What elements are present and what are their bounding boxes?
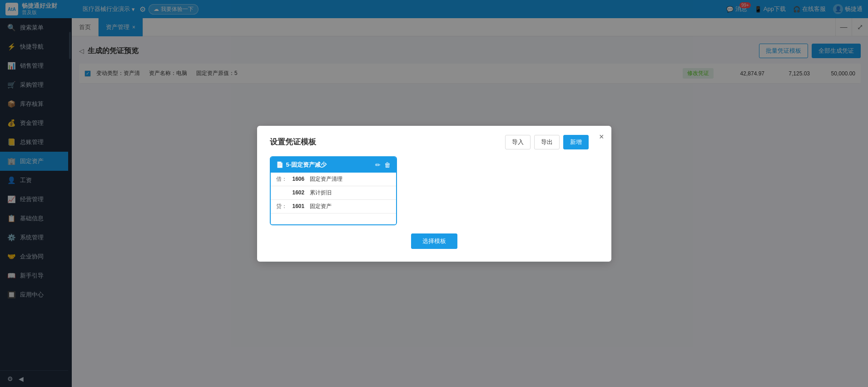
entry-name-3: 固定资产 <box>310 203 332 210</box>
entry-name-1: 固定资产清理 <box>310 175 342 183</box>
template-doc-icon: 📄 <box>276 161 283 168</box>
new-template-button[interactable]: 新增 <box>563 135 589 149</box>
export-button[interactable]: 导出 <box>534 135 560 149</box>
entry-name-2: 累计折旧 <box>310 189 332 197</box>
entry-code-3: 1601 <box>293 203 305 209</box>
entry-row-2: 1602 累计折旧 <box>271 186 396 200</box>
modal-toolbar: 导入 导出 新增 <box>505 135 589 149</box>
select-template-button[interactable]: 选择模板 <box>411 233 457 249</box>
template-card-title: 📄 5-固定资产减少 <box>276 161 327 169</box>
entry-row-3: 贷： 1601 固定资产 <box>271 200 396 213</box>
entry-row-empty <box>271 213 396 224</box>
entry-row-1: 借： 1606 固定资产清理 <box>271 173 396 186</box>
modal-close-button[interactable]: × <box>599 132 604 142</box>
entry-code-2: 1602 <box>293 189 305 196</box>
entry-code-1: 1606 <box>293 176 305 182</box>
modal-overlay[interactable]: × 设置凭证模板 导入 导出 新增 📄 5-固定资产减少 ✏ 🗑 <box>0 0 868 387</box>
entry-direction-3: 贷： <box>276 203 289 210</box>
template-card-body: 借： 1606 固定资产清理 1602 累计折旧 贷： 1601 固定资产 <box>271 173 396 224</box>
entry-direction-1: 借： <box>276 175 289 183</box>
template-card: 📄 5-固定资产减少 ✏ 🗑 借： 1606 固定资产清理 1602 累计折旧 <box>270 156 397 225</box>
template-card-actions: ✏ 🗑 <box>375 161 391 169</box>
modal-set-template: × 设置凭证模板 导入 导出 新增 📄 5-固定资产减少 ✏ 🗑 <box>257 126 611 262</box>
import-button[interactable]: 导入 <box>505 135 531 149</box>
delete-template-icon[interactable]: 🗑 <box>384 161 391 169</box>
edit-template-icon[interactable]: ✏ <box>375 161 381 169</box>
template-card-header: 📄 5-固定资产减少 ✏ 🗑 <box>271 157 396 173</box>
